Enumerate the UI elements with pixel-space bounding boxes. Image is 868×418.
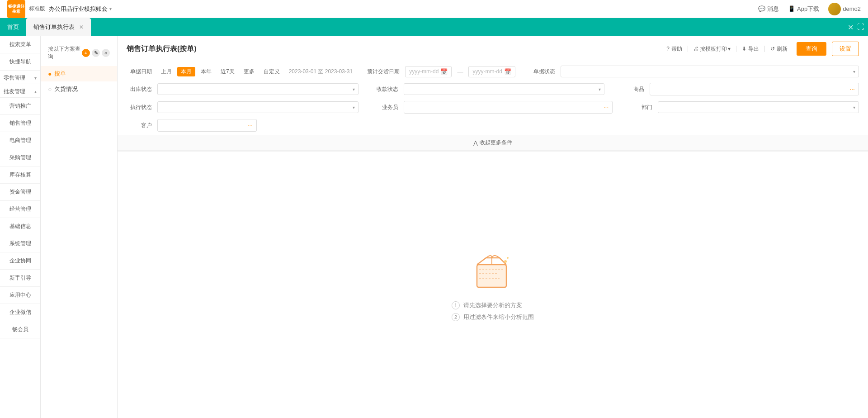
header-left: 畅捷通好生意 标准版 办公用品行业模拟账套 ▾	[7, 0, 112, 18]
tab-controls: ✕ ⛶	[848, 23, 868, 32]
sub-layout: 按以下方案查询 + ✎ « ● 按单 ○ 欠货情况 销售订单执行表(按单)	[41, 36, 868, 418]
message-icon: 💬	[758, 5, 765, 12]
collapse-icon: ⋀	[473, 140, 478, 146]
sidebar-item-sys[interactable]: 系统管理	[0, 235, 40, 252]
query-button[interactable]: 查询	[797, 42, 826, 56]
customer-more-icon[interactable]: ···	[247, 122, 253, 129]
divider3	[764, 46, 765, 52]
order-status-select[interactable]	[561, 66, 859, 77]
chevron-down-icon: ▾	[34, 76, 37, 81]
customer-input-wrapper[interactable]: ···	[157, 119, 257, 132]
tab-minimize-icon[interactable]: ✕	[848, 23, 854, 32]
goods-input-wrapper[interactable]: ···	[650, 83, 859, 95]
brand-logo: 畅捷通好生意	[7, 0, 25, 18]
ship-status-select-wrapper: ▾	[157, 83, 359, 95]
date-from-input[interactable]: yyyy-mm-dd 📅	[405, 66, 452, 77]
sidebar-item-quick-nav[interactable]: 快捷导航	[0, 53, 40, 71]
user-profile[interactable]: demo2	[828, 3, 861, 15]
date-tab-more[interactable]: 更多	[240, 67, 258, 76]
app-title-dropdown[interactable]: 办公用品行业模拟账套 ▾	[49, 5, 112, 13]
settings-button[interactable]: 设置	[832, 42, 859, 56]
calendar-from-icon: 📅	[440, 68, 448, 75]
scheme-item-by-order[interactable]: ● 按单	[41, 66, 117, 81]
tab-bar: 首页 销售订单执行表 ✕ ✕ ⛶	[0, 18, 868, 36]
sidebar-item-basic[interactable]: 基础信息	[0, 218, 40, 235]
main-content: 销售订单执行表(按单) ? 帮助 🖨 按模板打印 ▾ ⬇	[118, 36, 868, 418]
date-tab-7days[interactable]: 近7天	[217, 67, 238, 76]
tab-sales-order-exec[interactable]: 销售订单执行表 ✕	[26, 18, 91, 36]
sidebar-section-retail[interactable]: 零售管理 ▾	[0, 71, 40, 84]
sidebar-item-marketing[interactable]: 营销推广	[0, 98, 40, 115]
print-icon: 🖨	[693, 46, 699, 52]
goods-label: 商品	[619, 86, 644, 93]
message-action[interactable]: 💬 消息	[758, 5, 779, 13]
dept-select[interactable]	[658, 101, 859, 113]
collapse-sidebar-button[interactable]: «	[102, 49, 110, 57]
goods-more-icon[interactable]: ···	[849, 86, 855, 93]
calendar-to-icon: 📅	[504, 68, 511, 75]
sidebar-item-capital[interactable]: 资金管理	[0, 184, 40, 201]
empty-line-1: 1 请先选择要分析的方案	[452, 301, 534, 309]
add-scheme-button[interactable]: +	[82, 49, 90, 57]
refresh-button[interactable]: ↺ 刷新	[770, 45, 788, 53]
app-download-action[interactable]: 📱 App下载	[788, 5, 819, 13]
tab-home[interactable]: 首页	[0, 18, 26, 36]
svg-point-2	[504, 260, 507, 263]
ship-status-select[interactable]	[157, 83, 359, 95]
help-icon: ?	[666, 46, 670, 52]
empty-illustration	[470, 249, 515, 294]
salesperson-input-wrapper[interactable]: ···	[404, 101, 613, 114]
date-to-input[interactable]: yyyy-mm-dd 📅	[468, 66, 515, 77]
exec-status-select[interactable]	[157, 101, 359, 113]
salesperson-more-icon[interactable]: ···	[604, 104, 609, 111]
settings-group: 设置	[832, 42, 859, 56]
date-range-display: 2023-03-01 至 2023-03-31	[289, 68, 353, 76]
payment-status-select[interactable]	[404, 83, 605, 95]
download-icon: 📱	[788, 5, 795, 12]
order-status-select-wrapper: ▾	[561, 66, 859, 77]
scheme-item-backorder[interactable]: ○ 欠货情况	[41, 81, 117, 97]
sidebar-item-wechat[interactable]: 企业微信	[0, 304, 40, 321]
sidebar: 搜索菜单 快捷导航 零售管理 ▾ 批发管理 ▴ 营销推广 销售管理 电商管理 采…	[0, 36, 41, 418]
sidebar-item-member[interactable]: 畅会员	[0, 321, 40, 338]
page-title: 销售订单执行表(按单)	[127, 44, 197, 54]
date-tabs: 上月 本月 本年 近7天 更多 自定义	[157, 67, 283, 76]
print-dropdown-icon: ▾	[728, 46, 731, 52]
date-tab-custom[interactable]: 自定义	[260, 67, 283, 76]
sidebar-item-app-center[interactable]: 应用中心	[0, 287, 40, 304]
export-button[interactable]: ⬇ 导出	[742, 45, 759, 53]
sidebar-section-wholesale[interactable]: 批发管理 ▴	[0, 84, 40, 98]
filter-row-4: 客户 ···	[118, 116, 868, 135]
sidebar-item-ops[interactable]: 经营管理	[0, 201, 40, 218]
empty-num-1: 1	[452, 301, 460, 309]
empty-num-2: 2	[452, 313, 460, 321]
sidebar-item-inventory[interactable]: 库存核算	[0, 166, 40, 184]
tab-close-icon[interactable]: ✕	[79, 24, 84, 30]
date-tab-this-year[interactable]: 本年	[197, 67, 215, 76]
date-tab-last-month[interactable]: 上月	[157, 67, 175, 76]
tab-maximize-icon[interactable]: ⛶	[857, 23, 864, 31]
sidebar-item-guide[interactable]: 新手引导	[0, 270, 40, 287]
payment-status-label: 收款状态	[373, 86, 398, 93]
date-tab-this-month[interactable]: 本月	[177, 67, 195, 76]
payment-status-select-wrapper: ▾	[404, 83, 605, 95]
help-button[interactable]: ? 帮助	[666, 45, 682, 53]
page-header: 销售订单执行表(按单) ? 帮助 🖨 按模板打印 ▾ ⬇	[118, 36, 868, 60]
query-settings-group: 查询	[797, 42, 826, 56]
order-status-label: 单据状态	[530, 68, 555, 76]
edit-scheme-button[interactable]: ✎	[92, 49, 100, 57]
sidebar-item-purchase[interactable]: 采购管理	[0, 149, 40, 166]
brand-label: 标准版	[29, 5, 45, 13]
scheme-inactive-icon: ○	[48, 86, 52, 93]
collapse-button[interactable]: ⋀ 收起更多条件	[473, 139, 512, 147]
sidebar-item-ecommerce[interactable]: 电商管理	[0, 132, 40, 149]
filter-row-1: 单据日期 上月 本月 本年 近7天 更多 自定义 2023-03-01 至 20…	[118, 60, 868, 80]
ship-status-label: 出库状态	[127, 86, 152, 93]
sidebar-item-sales[interactable]: 销售管理	[0, 115, 40, 132]
date-separator: —	[457, 68, 463, 75]
sidebar-item-search-menu[interactable]: 搜索菜单	[0, 36, 40, 53]
template-print-button[interactable]: 🖨 按模板打印 ▾	[693, 45, 731, 53]
filter-row-2: 出库状态 ▾ 收款状态 ▾ 商品	[118, 80, 868, 98]
sidebar-item-enterprise[interactable]: 企业协同	[0, 252, 40, 270]
collapse-bar: ⋀ 收起更多条件	[118, 135, 868, 151]
